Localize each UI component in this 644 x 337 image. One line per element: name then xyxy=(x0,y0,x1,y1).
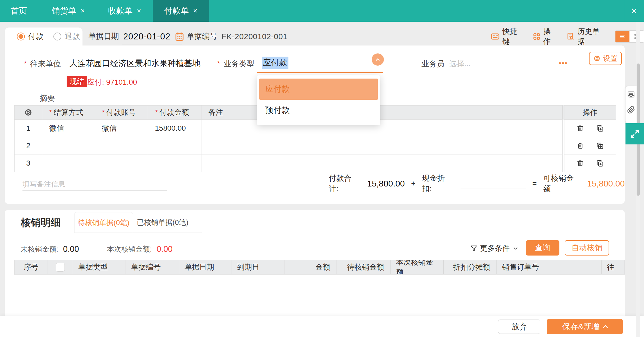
tab-receipt-order[interactable]: 收款单 × xyxy=(96,0,153,22)
pay-account-cell[interactable]: 微信 xyxy=(95,120,148,137)
more-filters-button[interactable]: 更多条件 xyxy=(470,243,519,253)
delete-row-icon[interactable] xyxy=(576,124,584,132)
row-operations xyxy=(564,137,616,154)
copy-add-row-icon[interactable] xyxy=(596,159,604,167)
doc-date-value[interactable]: 2020-01-02 xyxy=(123,31,171,42)
delete-row-icon[interactable] xyxy=(576,142,584,150)
header-current-amount: 本次核销金额 xyxy=(391,260,444,274)
tab-close-icon[interactable]: × xyxy=(81,7,85,15)
pay-account-cell[interactable] xyxy=(95,154,148,172)
remark-input-placeholder[interactable]: 填写备注信息 xyxy=(22,179,65,189)
payment-row-3: 3 xyxy=(14,154,616,172)
salesman-label: 业务员 xyxy=(421,59,444,69)
tab-close-icon[interactable]: × xyxy=(193,7,197,15)
required-mark: * xyxy=(217,59,220,68)
copy-add-row-icon[interactable] xyxy=(596,124,604,132)
biztype-dropdown: 应付款 预付款 xyxy=(257,75,380,125)
query-button[interactable]: 查询 xyxy=(526,240,559,256)
row-operations xyxy=(564,154,616,172)
unverified-label: 未核销金额: xyxy=(21,244,58,254)
tabs-divider xyxy=(74,233,202,233)
discard-button[interactable]: 放弃 xyxy=(498,320,540,334)
totals-row: 付款合计: 15,800.00 + 现金折扣: = 可核销金额 15,800.0… xyxy=(329,177,625,190)
option-payable[interactable]: 应付款 xyxy=(259,79,378,100)
header-sales-order-no: 销售订单号 xyxy=(497,260,602,274)
doc-number-field: 单据编号 FK-20200102-001 xyxy=(187,28,287,45)
tab-home[interactable]: 首页 xyxy=(0,0,40,22)
doc-date-underline xyxy=(122,44,182,44)
tab-pending-writeoff[interactable]: 待核销单据(0笔) xyxy=(74,212,133,233)
writeoff-stats: 未核销金额: 0.00 本次核销金额: 0.00 xyxy=(21,242,173,257)
list-view-button[interactable] xyxy=(615,31,630,42)
copy-add-row-icon[interactable] xyxy=(596,142,604,150)
history-docs-button[interactable]: 历史单据 xyxy=(566,26,607,47)
salesman-picker-ellipsis[interactable]: ••• xyxy=(559,59,568,67)
more-filters-label: 更多条件 xyxy=(480,243,510,253)
doc-number-label: 单据编号 xyxy=(187,31,217,42)
tab-label: 首页 xyxy=(11,5,27,16)
pay-amount-cell[interactable] xyxy=(148,154,201,172)
delete-row-icon[interactable] xyxy=(576,159,584,167)
radio-refund[interactable]: 退款 xyxy=(53,31,80,42)
note-cell[interactable] xyxy=(201,120,563,137)
partner-picker-ellipsis[interactable]: ••• xyxy=(178,59,187,67)
cash-discount-input[interactable] xyxy=(461,178,526,189)
expand-fullscreen-button[interactable] xyxy=(625,123,644,144)
select-all-checkbox[interactable] xyxy=(56,263,65,272)
biztype-value[interactable]: 应付款 xyxy=(262,57,288,69)
gear-icon xyxy=(594,55,600,62)
header-pending-amount: 待核销金额 xyxy=(337,260,391,274)
attachment-link-icon[interactable] xyxy=(627,106,635,114)
grid-icon xyxy=(533,33,541,40)
pay-amount-cell[interactable]: 15800.00 xyxy=(148,120,201,137)
radio-payment[interactable]: 付款 xyxy=(17,31,43,42)
header-toolbar: 快捷键 操作 历史单据 xyxy=(491,28,644,45)
print-queue-icon[interactable] xyxy=(627,90,635,98)
shortcut-keys-label: 快捷键 xyxy=(502,26,524,47)
settings-button[interactable]: 设置 xyxy=(589,52,622,65)
operations-button[interactable]: 操作 xyxy=(533,26,558,47)
remark-underline xyxy=(22,190,167,191)
row-operations xyxy=(564,120,616,137)
settle-method-cell[interactable]: 微信 xyxy=(42,120,95,137)
note-cell[interactable] xyxy=(201,137,563,154)
tab-bar: 首页 销货单 × 收款单 × 付款单 × × xyxy=(0,0,644,22)
header-settle-method: *结算方式 xyxy=(42,105,95,120)
note-cell[interactable] xyxy=(201,154,563,172)
calendar-icon[interactable] xyxy=(175,32,184,41)
shortcut-keys-button[interactable]: 快捷键 xyxy=(491,26,524,47)
radio-payment-label: 付款 xyxy=(28,31,43,42)
settle-method-cell[interactable] xyxy=(42,154,95,172)
tab-label: 收款单 xyxy=(108,5,133,16)
plus-sign: + xyxy=(411,179,416,188)
expand-icon xyxy=(630,129,640,139)
pay-account-cell[interactable] xyxy=(95,137,148,154)
doc-date-field: 单据日期 2020-01-02 xyxy=(88,28,184,45)
salesman-placeholder[interactable]: 选择... xyxy=(449,59,470,69)
settle-method-cell[interactable] xyxy=(42,137,95,154)
header-amount: 金额 xyxy=(284,260,337,274)
biztype-collapse-button[interactable] xyxy=(372,53,384,66)
save-and-new-button[interactable]: 保存&新增 xyxy=(547,319,623,334)
tab-sales-order[interactable]: 销货单 × xyxy=(40,0,96,22)
doc-date-label: 单据日期 xyxy=(88,31,119,42)
partner-underline xyxy=(69,73,198,73)
header-doc-no: 单据编号 xyxy=(126,260,179,274)
tab-close-icon[interactable]: × xyxy=(137,7,141,15)
pay-amount-cell[interactable] xyxy=(148,137,201,154)
total-value: 15,800.00 xyxy=(367,179,405,189)
tab-payment-order[interactable]: 付款单 × xyxy=(153,0,209,22)
partner-label: 往来单位 xyxy=(30,59,61,69)
keyboard-icon xyxy=(491,32,500,41)
tab-done-writeoff[interactable]: 已核销单据(0笔) xyxy=(133,212,192,233)
biztype-underline-active xyxy=(257,72,383,73)
auto-writeoff-button[interactable]: 自动核销 xyxy=(565,240,609,256)
current-writeoff-label: 本次核销金额: xyxy=(107,244,152,254)
option-prepaid[interactable]: 预付款 xyxy=(259,100,378,121)
window-close-icon[interactable]: × xyxy=(624,0,644,22)
gear-icon xyxy=(24,108,32,116)
header-checkbox-cell xyxy=(48,260,73,274)
side-toolbar xyxy=(625,86,637,123)
header-operations: 操作 xyxy=(564,105,616,120)
column-settings-cell[interactable] xyxy=(14,105,42,120)
